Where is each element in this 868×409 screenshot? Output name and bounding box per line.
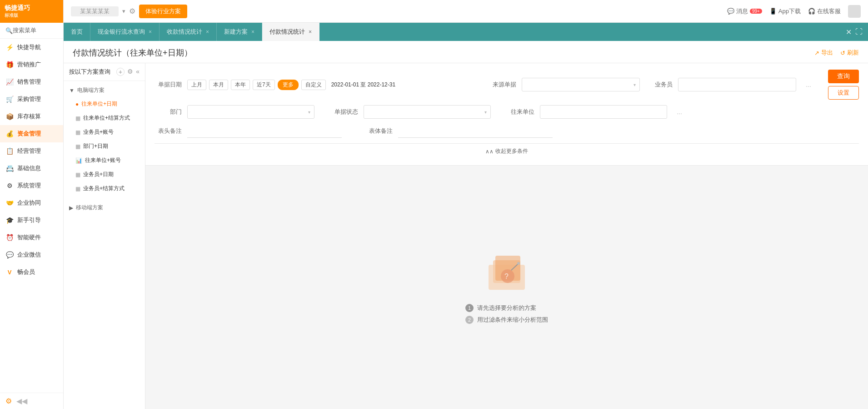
partner-label: 往来单位	[507, 108, 534, 116]
salesman-dots[interactable]: ...	[802, 81, 815, 88]
sidebar-item-sales[interactable]: 📈 销售管理	[0, 73, 63, 91]
tab-home[interactable]: 首页	[64, 23, 90, 41]
filter-results-area: 单据日期 上月 本月 本年 近7天 更多 自定义 2022-01-01 至 20…	[145, 63, 868, 409]
doc-status-select[interactable]: ▾	[364, 105, 491, 119]
collapse-label: 收起更多条件	[495, 147, 528, 155]
sidebar-settings-icon[interactable]: ⚙	[5, 397, 12, 405]
scheme-add-icon[interactable]: +	[116, 68, 125, 76]
empty-state: ? 1 请先选择要分析的方案 2 用过滤条件来缩小分析范围	[145, 166, 868, 409]
filter-row-3: 表头备注 表体备注	[155, 124, 859, 138]
settings-btn[interactable]: 设置	[828, 86, 859, 100]
scheme-item-2[interactable]: ▦ 业务员+账号	[64, 125, 145, 139]
desktop-group-arrow: ▼	[69, 87, 75, 94]
trial-btn[interactable]: 体验行业方案	[139, 5, 187, 18]
scheme-item-1[interactable]: ▦ 往来单位+结算方式	[64, 111, 145, 125]
topbar-actions: 💬 消息 99+ 📱 App下载 🎧 在线客服	[727, 5, 861, 18]
sidebar-system-label: 系统管理	[17, 182, 41, 190]
sidebar-item-capital[interactable]: 💰 资金管理	[0, 125, 63, 142]
partner-dots[interactable]: ...	[673, 108, 686, 116]
sidebar-item-operations[interactable]: 📋 经营管理	[0, 142, 63, 160]
mobile-group-title[interactable]: ▶ 移动端方案	[64, 201, 145, 214]
scheme-item-6[interactable]: ▦ 业务员+结算方式	[64, 182, 145, 196]
sidebar-item-inventory[interactable]: 📦 库存核算	[0, 108, 63, 125]
tip2-text: 用过滤条件来缩小分析范围	[477, 316, 548, 324]
scheme-item-0-label: 往来单位+日期	[81, 100, 117, 108]
sidebar-item-quicknav[interactable]: ⚡ 快捷导航	[0, 39, 63, 56]
sidebar-item-basic[interactable]: 📇 基础信息	[0, 160, 63, 177]
online-service-btn[interactable]: 🎧 在线客服	[808, 7, 841, 15]
mobile-group-arrow: ▶	[69, 205, 73, 211]
query-btn[interactable]: 查询	[828, 70, 859, 83]
scheme-item-0[interactable]: ● 往来单位+日期	[64, 97, 145, 111]
tab-cash-bank[interactable]: 现金银行流水查询 ×	[90, 23, 160, 41]
desktop-scheme-group: ▼ 电脑端方案 ● 往来单位+日期 ▦ 往来单位+结算方式 ▦ 业务员+账号 ▦	[64, 81, 145, 198]
scheme-icon-4: 📊	[75, 157, 82, 164]
sidebar-inventory-label: 库存核算	[17, 112, 41, 121]
scheme-icon-5: ▦	[75, 172, 80, 178]
topbar-settings-icon[interactable]: ⚙	[129, 7, 135, 15]
partner-select[interactable]	[540, 105, 667, 119]
sidebar-collapse-icon[interactable]: ◀◀	[16, 397, 27, 405]
scheme-header-title: 按以下方案查询	[69, 68, 113, 76]
sidebar-bottom: ⚙ ◀◀	[0, 393, 63, 409]
headset-icon: 🎧	[808, 8, 815, 15]
scheme-item-3[interactable]: ▦ 部门+日期	[64, 139, 145, 153]
tab-new-scheme-close[interactable]: ×	[251, 29, 254, 35]
tab-new-scheme[interactable]: 新建方案 ×	[217, 23, 262, 41]
sidebar-item-guide[interactable]: 🎓 新手引导	[0, 212, 63, 229]
refresh-btn[interactable]: ↺ 刷新	[840, 49, 859, 57]
sidebar-item-search[interactable]: 🔍 搜索菜单	[0, 23, 63, 39]
note-header-input[interactable]	[187, 124, 342, 138]
sidebar-item-enterprise[interactable]: 🤝 企业协同	[0, 194, 63, 212]
sidebar-item-wechat[interactable]: 💬 企业微信	[0, 246, 63, 263]
app-download-btn[interactable]: 📱 App下载	[769, 7, 801, 15]
svg-text:?: ?	[504, 273, 509, 280]
sidebar-item-hardware[interactable]: ⏰ 智能硬件	[0, 229, 63, 246]
dept-select[interactable]: ▾	[187, 105, 314, 119]
date-btn-custom[interactable]: 自定义	[301, 80, 326, 90]
tab-expand-icon[interactable]: ⛶	[855, 28, 863, 36]
collapse-btn[interactable]: ∧∧ 收起更多条件	[155, 143, 859, 159]
scheme-item-5[interactable]: ▦ 业务员+日期	[64, 167, 145, 182]
mobile-scheme-group: ▶ 移动端方案	[64, 198, 145, 217]
scheme-item-1-label: 往来单位+结算方式	[83, 114, 130, 122]
sidebar-item-purchase[interactable]: 🛒 采购管理	[0, 91, 63, 108]
scheme-item-5-label: 业务员+日期	[83, 171, 114, 178]
tab-receipts-close[interactable]: ×	[206, 29, 209, 35]
user-avatar[interactable]	[848, 5, 861, 18]
sidebar-item-member[interactable]: V 畅会员	[0, 263, 63, 281]
sidebar-item-system[interactable]: ⚙ 系统管理	[0, 177, 63, 194]
app-subtitle: 标准版	[5, 12, 30, 19]
filter-form: 单据日期 上月 本月 本年 近7天 更多 自定义 2022-01-01 至 20…	[145, 63, 868, 166]
online-service-label: 在线客服	[817, 7, 841, 15]
note-body-label: 表体备注	[365, 127, 393, 135]
sidebar-purchase-label: 采购管理	[17, 95, 41, 103]
sidebar-item-marketing[interactable]: 🎁 营销推广	[0, 56, 63, 73]
page-actions: ↗ 导出 ↺ 刷新	[814, 49, 859, 57]
desktop-group-title[interactable]: ▼ 电脑端方案	[64, 84, 145, 97]
scheme-item-4[interactable]: 📊 往来单位+账号	[64, 153, 145, 167]
date-btn-this-month[interactable]: 本月	[209, 80, 228, 90]
tab-close-all-icon[interactable]: ✕	[846, 28, 852, 36]
tab-receipts[interactable]: 收款情况统计 ×	[160, 23, 217, 41]
message-btn[interactable]: 💬 消息 99+	[727, 7, 762, 15]
date-btn-more[interactable]: 更多	[278, 80, 299, 90]
date-btn-last-month[interactable]: 上月	[187, 80, 206, 90]
company-dropdown-icon[interactable]: ▾	[122, 8, 125, 15]
salesman-select[interactable]	[678, 78, 796, 91]
scheme-settings-icon[interactable]: ⚙	[127, 68, 133, 76]
sidebar-enterprise-label: 企业协同	[17, 199, 41, 207]
export-btn[interactable]: ↗ 导出	[814, 49, 833, 57]
empty-tip-1: 1 请先选择要分析的方案	[465, 304, 548, 312]
source-select[interactable]: ▾	[522, 78, 640, 91]
date-btn-this-year[interactable]: 本年	[231, 80, 250, 90]
tab-payments[interactable]: 付款情况统计 ×	[262, 23, 319, 41]
scheme-collapse-icon[interactable]: «	[136, 68, 140, 76]
date-range-display: 2022-01-01 至 2022-12-31	[331, 81, 395, 89]
company-selector[interactable]: 某某某某某 ▾ ⚙ 体验行业方案	[71, 5, 722, 18]
tab-cash-bank-close[interactable]: ×	[149, 29, 152, 35]
tab-payments-label: 付款情况统计	[269, 28, 305, 36]
note-body-input[interactable]	[398, 124, 553, 138]
date-btn-7days[interactable]: 近7天	[253, 80, 275, 90]
tab-payments-close[interactable]: ×	[309, 29, 312, 35]
